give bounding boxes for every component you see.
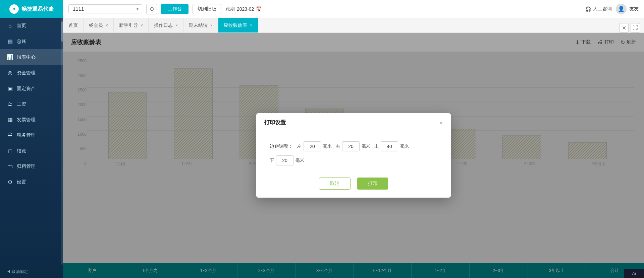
tab-member-close[interactable]: ×: [106, 23, 108, 28]
top-unit: 毫米: [400, 143, 409, 149]
sidebar-item-ledger[interactable]: ▤ 总账: [0, 33, 63, 49]
sidebar-item-settings[interactable]: ⚙ 设置: [0, 174, 63, 190]
tab-aging-close[interactable]: ×: [250, 23, 252, 28]
print-button[interactable]: 打印: [357, 178, 388, 190]
tab-member-label: 畅会员: [89, 22, 103, 28]
top-label: 上: [374, 143, 379, 149]
support-label: 人工咨询: [593, 6, 612, 12]
tab-period-end[interactable]: 期末结转 ×: [183, 18, 218, 32]
checkout-icon: ◻: [7, 148, 13, 154]
margin-right-group: 右 毫米: [336, 141, 370, 151]
margin-label: 边距调整：: [270, 143, 293, 149]
sidebar-label-assets: 固定资产: [17, 86, 36, 92]
bottom-unit: 毫米: [296, 157, 304, 163]
margin-left-input[interactable]: [304, 141, 321, 151]
tab-aging-label: 应收账龄表: [224, 22, 247, 28]
calendar-icon[interactable]: 📅: [256, 6, 262, 12]
logo-icon: ✦: [9, 4, 19, 14]
modal-header: 打印设置 ×: [256, 113, 451, 131]
archive-icon: 🗃: [7, 163, 13, 169]
sidebar-item-tax[interactable]: 🏛 税务管理: [0, 128, 63, 143]
sidebar-label-salary: 工资: [17, 101, 26, 107]
period-label: 账期: [225, 6, 235, 12]
tab-home[interactable]: 首页: [63, 18, 84, 32]
modal-body: 边距调整： 左 毫米 右 毫米 上: [256, 131, 451, 172]
tab-oplog-close[interactable]: ×: [175, 23, 178, 28]
tab-guide-close[interactable]: ×: [141, 23, 143, 28]
bottom-label: 下: [270, 157, 274, 163]
company-name: 1111: [73, 6, 135, 12]
sidebar-label-archive: 归档管理: [17, 163, 36, 169]
copy-icon: ⊙: [150, 6, 154, 12]
sidebar: ✦ 畅捷通易代账 ⌂ 首页 ▤ 总账 📊 报表中心 ◎ 资金管理 ▣ 固定资产 …: [0, 0, 63, 278]
expand-icon: ⛶: [633, 25, 638, 31]
ai-label: Ai: [632, 271, 636, 276]
username: 友友: [629, 6, 639, 12]
salary-icon: 🗂: [7, 101, 13, 107]
modal-title: 打印设置: [264, 119, 286, 126]
left-unit: 毫米: [323, 143, 332, 149]
support-icon: 🎧: [585, 6, 591, 12]
sidebar-collapse-btn[interactable]: ◀ 取消固定: [0, 266, 63, 278]
workbench-button[interactable]: 工作台: [161, 4, 189, 14]
ledger-icon: ▤: [7, 38, 13, 45]
sidebar-item-archive[interactable]: 🗃 归档管理: [0, 159, 63, 174]
reports-icon: 📊: [7, 54, 13, 60]
tab-period-end-close[interactable]: ×: [210, 23, 213, 28]
margin-right-input[interactable]: [342, 141, 360, 151]
margin-top-input[interactable]: [381, 141, 398, 151]
support-button[interactable]: 🎧 人工咨询: [585, 6, 612, 12]
tab-period-end-label: 期末结转: [189, 22, 208, 28]
ai-badge[interactable]: Ai: [624, 269, 644, 278]
invoice-icon: ▦: [7, 117, 13, 123]
modal-overlay: 打印设置 × 边距调整： 左 毫米 右 毫米: [63, 33, 644, 278]
tab-aging[interactable]: 应收账龄表 ×: [218, 18, 258, 32]
oldversion-button[interactable]: 切到旧版: [193, 4, 221, 14]
sidebar-item-invoice[interactable]: ▦ 发票管理: [0, 112, 63, 128]
topbar: 1111 ▾ ⊙ 工作台 切到旧版 账期 2023-02 📅 🎧 人工咨询 👤 …: [63, 0, 644, 18]
sidebar-label-invoice: 发票管理: [17, 117, 36, 123]
sidebar-label-funds: 资金管理: [17, 70, 36, 76]
sidebar-label-checkout: 结账: [17, 148, 26, 154]
copy-button[interactable]: ⊙: [146, 4, 157, 14]
tab-bar: 首页 畅会员 × 新手引导 × 操作日志 × 期末结转 × 应收账龄表 × ✕ …: [63, 18, 644, 33]
modal-close-button[interactable]: ×: [439, 120, 443, 126]
collapse-label: ◀ 取消固定: [7, 269, 28, 275]
margin-bottom-input[interactable]: [276, 155, 293, 165]
app-logo: ✦ 畅捷通易代账: [0, 0, 63, 18]
sidebar-item-funds[interactable]: ◎ 资金管理: [0, 65, 63, 81]
assets-icon: ▣: [7, 85, 13, 92]
tax-icon: 🏛: [7, 132, 13, 138]
period-value: 2023-02: [237, 6, 254, 12]
user-menu[interactable]: 👤 友友: [616, 4, 639, 14]
tab-oplog-label: 操作日志: [154, 22, 173, 28]
sidebar-label-tax: 税务管理: [17, 132, 36, 138]
close-all-icon: ✕: [622, 25, 626, 31]
funds-icon: ◎: [7, 70, 13, 76]
app-name: 畅捷通易代账: [21, 6, 54, 13]
tab-oplog[interactable]: 操作日志 ×: [149, 18, 183, 32]
tab-expand-button[interactable]: ⛶: [631, 23, 640, 32]
content-area: 应收账龄表 ⬇ 下载 🖨 打印 ↻ 刷新 2500: [63, 33, 644, 278]
company-arrow-icon: ▾: [137, 7, 139, 11]
tab-guide[interactable]: 新手引导 ×: [114, 18, 149, 32]
tab-guide-label: 新手引导: [119, 22, 138, 28]
period-display: 账期 2023-02 📅: [225, 6, 262, 12]
company-selector[interactable]: 1111 ▾: [68, 4, 142, 13]
margin-row: 边距调整： 左 毫米 右 毫米 上: [270, 141, 437, 165]
sidebar-item-checkout[interactable]: ◻ 结账: [0, 143, 63, 159]
right-label: 右: [336, 143, 340, 149]
cancel-button[interactable]: 取消: [319, 178, 351, 190]
sidebar-item-assets[interactable]: ▣ 固定资产: [0, 81, 63, 96]
margin-top-group: 上 毫米: [374, 141, 409, 151]
sidebar-item-reports[interactable]: 📊 报表中心: [0, 49, 63, 65]
tab-actions: ✕ ⛶: [615, 23, 644, 32]
tab-home-label: 首页: [68, 22, 78, 28]
sidebar-item-home[interactable]: ⌂ 首页: [0, 18, 63, 33]
sidebar-item-salary[interactable]: 🗂 工资: [0, 96, 63, 112]
main-area: 1111 ▾ ⊙ 工作台 切到旧版 账期 2023-02 📅 🎧 人工咨询 👤 …: [63, 0, 644, 278]
tab-member[interactable]: 畅会员 ×: [84, 18, 114, 32]
sidebar-nav: ⌂ 首页 ▤ 总账 📊 报表中心 ◎ 资金管理 ▣ 固定资产 🗂 工资 ▦ 发票…: [0, 18, 63, 266]
home-icon: ⌂: [7, 23, 13, 29]
tab-close-all-button[interactable]: ✕: [619, 23, 629, 32]
